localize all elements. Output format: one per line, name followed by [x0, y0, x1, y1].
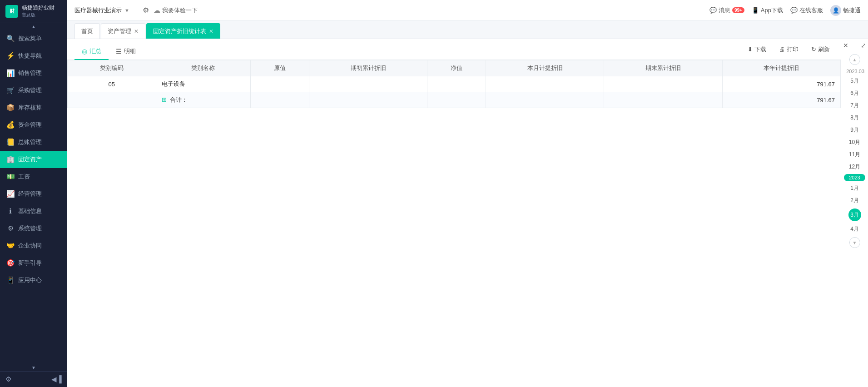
sidebar-item-search[interactable]: 🔍 搜索菜单 [0, 30, 67, 47]
sidebar-item-label: 资金管理 [18, 121, 42, 129]
tab-home[interactable]: 首页 [74, 23, 100, 39]
messages-button[interactable]: 💬 消息 99+ [709, 6, 744, 15]
close-panel-icon[interactable]: ✕ [843, 42, 848, 49]
month-7[interactable]: 7月 [841, 99, 868, 112]
year-month-label: 2023.03 [841, 67, 868, 75]
month-11[interactable]: 11月 [841, 149, 868, 161]
sidebar-item-label: 快捷导航 [18, 52, 42, 60]
subtab-summary[interactable]: ◎ 汇总 [74, 44, 109, 60]
sidebar-item-label: 销售管理 [18, 69, 42, 77]
user-name: 畅捷通 [843, 6, 861, 15]
customer-service-icon: 💬 [790, 7, 798, 14]
app-center-icon: 📱 [6, 276, 15, 284]
print-icon: 🖨 [779, 46, 785, 53]
month-2023-1[interactable]: 1月 [841, 182, 868, 194]
cloud-icon: ☁ [154, 6, 160, 15]
sidebar-item-label: 工资 [18, 173, 30, 181]
date-panel-header: ✕ ⤢ [841, 39, 868, 52]
col-header-accumulated-end: 期末累计折旧 [604, 60, 722, 76]
month-2023-2[interactable]: 2月 [841, 194, 868, 207]
month-9[interactable]: 9月 [841, 124, 868, 136]
col-header-accumulated-start: 期初累计折旧 [309, 60, 427, 76]
sidebar-item-label: 库存核算 [18, 104, 42, 112]
experience-button[interactable]: ☁ 我要体验一下 [154, 6, 198, 15]
quick-nav-icon: ⚡ [6, 52, 15, 60]
scroll-up-arrow[interactable]: ▲ [0, 23, 67, 30]
system-icon: ⚙ [6, 224, 15, 233]
collapse-sidebar-icon[interactable]: ◀▐ [51, 375, 62, 383]
depreciation-table: 类别编码 类别名称 原值 期初累计折旧 净值 本月计提折旧 期末累计折旧 本年计… [67, 60, 841, 108]
tab-asset-mgmt-close[interactable]: ✕ [134, 28, 139, 35]
month-2023-3-active[interactable]: 3月 [848, 208, 861, 221]
scroll-down-arrow[interactable]: ▼ [0, 364, 67, 371]
cell-current-year: 791.67 [722, 76, 840, 92]
table-wrapper: 类别编码 类别名称 原值 期初累计折旧 净值 本月计提折旧 期末累计折旧 本年计… [67, 60, 841, 387]
month-2023-4[interactable]: 4月 [841, 223, 868, 235]
sidebar-item-label: 固定资产 [18, 155, 42, 164]
sales-icon: 📊 [6, 69, 15, 77]
date-nav-down[interactable]: ▼ [849, 237, 860, 248]
table-row[interactable]: 05 电子设备 791.67 [68, 76, 841, 92]
col-header-category-code: 类别编码 [68, 60, 156, 76]
sidebar-item-sales[interactable]: 📊 销售管理 [0, 64, 67, 82]
fixed-assets-icon: 🏢 [6, 155, 15, 164]
month-6[interactable]: 6月 [841, 87, 868, 99]
guide-icon: 🎯 [6, 259, 15, 267]
date-nav-up[interactable]: ▲ [849, 54, 860, 65]
sidebar-item-inventory[interactable]: 📦 库存核算 [0, 99, 67, 116]
tab-asset-mgmt[interactable]: 资产管理 ✕ [101, 23, 145, 39]
month-5[interactable]: 5月 [841, 75, 868, 87]
cell-category-code: 05 [68, 76, 156, 92]
messages-icon: 💬 [709, 7, 717, 14]
sidebar-item-label: 新手引导 [18, 259, 42, 267]
topbar-right: 💬 消息 99+ 📱 App下载 💬 在线客服 👤 畅捷通 [709, 5, 861, 16]
col-header-original-value: 原值 [251, 60, 309, 76]
company-selector[interactable]: 医疗器械行业演示 ▼ [74, 6, 129, 15]
sidebar-item-enterprise[interactable]: 🤝 企业协同 [0, 237, 67, 254]
inventory-icon: 📦 [6, 104, 15, 112]
topbar-settings-icon[interactable]: ⚙ [143, 6, 149, 15]
customer-service-button[interactable]: 💬 在线客服 [790, 6, 823, 15]
sidebar-item-basic-info[interactable]: ℹ 基础信息 [0, 203, 67, 220]
total-current-year: 791.67 [722, 92, 840, 108]
cell-accumulated-start [309, 76, 427, 92]
refresh-button[interactable]: ↻ 刷新 [808, 44, 833, 55]
subtab-detail[interactable]: ☰ 明细 [109, 44, 143, 60]
tab-fixed-asset-depreciation-close[interactable]: ✕ [209, 28, 213, 35]
user-menu[interactable]: 👤 畅捷通 [830, 5, 861, 16]
sidebar-item-system[interactable]: ⚙ 系统管理 [0, 220, 67, 237]
messages-label: 消息 [719, 6, 730, 15]
sidebar-item-quick-nav[interactable]: ⚡ 快捷导航 [0, 47, 67, 64]
basic-info-icon: ℹ [6, 207, 15, 215]
sidebar-item-purchase[interactable]: 🛒 采购管理 [0, 82, 67, 99]
download-button[interactable]: ⬇ 下载 [744, 44, 770, 55]
ledger-icon: 📒 [6, 138, 15, 146]
settings-footer-icon[interactable]: ⚙ [5, 375, 11, 383]
content-area: ◎ 汇总 ☰ 明细 ⬇ 下载 🖨 打印 [67, 39, 868, 387]
month-12[interactable]: 12月 [841, 161, 868, 173]
sidebar-item-payroll[interactable]: 💵 工资 [0, 168, 67, 185]
cell-net-value [427, 76, 486, 92]
sidebar-item-label: 应用中心 [18, 276, 42, 284]
month-8[interactable]: 8月 [841, 112, 868, 124]
tab-fixed-asset-depreciation-label: 固定资产折旧统计表 [153, 27, 206, 35]
app-download-button[interactable]: 📱 App下载 [752, 6, 783, 15]
sidebar-item-fixed-assets[interactable]: 🏢 固定资产 [0, 151, 67, 168]
tab-fixed-asset-depreciation[interactable]: 固定资产折旧统计表 ✕ [146, 23, 220, 39]
month-10[interactable]: 10月 [841, 136, 868, 149]
expand-panel-icon[interactable]: ⤢ [861, 42, 866, 49]
subtab-detail-label: 明细 [124, 47, 136, 55]
enterprise-icon: 🤝 [6, 242, 15, 250]
sidebar-item-ledger[interactable]: 📒 总账管理 [0, 134, 67, 151]
avatar: 👤 [830, 5, 841, 16]
experience-label: 我要体验一下 [162, 6, 198, 15]
sidebar-item-operations[interactable]: 📈 经营管理 [0, 185, 67, 203]
print-button[interactable]: 🖨 打印 [775, 44, 802, 55]
sidebar-item-label: 总账管理 [18, 138, 42, 146]
sidebar-item-label: 搜索菜单 [18, 35, 42, 43]
sidebar-item-guide[interactable]: 🎯 新手引导 [0, 254, 67, 272]
sidebar-item-finance[interactable]: 💰 资金管理 [0, 116, 67, 134]
sidebar-item-app-center[interactable]: 📱 应用中心 [0, 272, 67, 289]
col-header-current-month: 本月计提折旧 [486, 60, 604, 76]
cell-current-month [486, 76, 604, 92]
